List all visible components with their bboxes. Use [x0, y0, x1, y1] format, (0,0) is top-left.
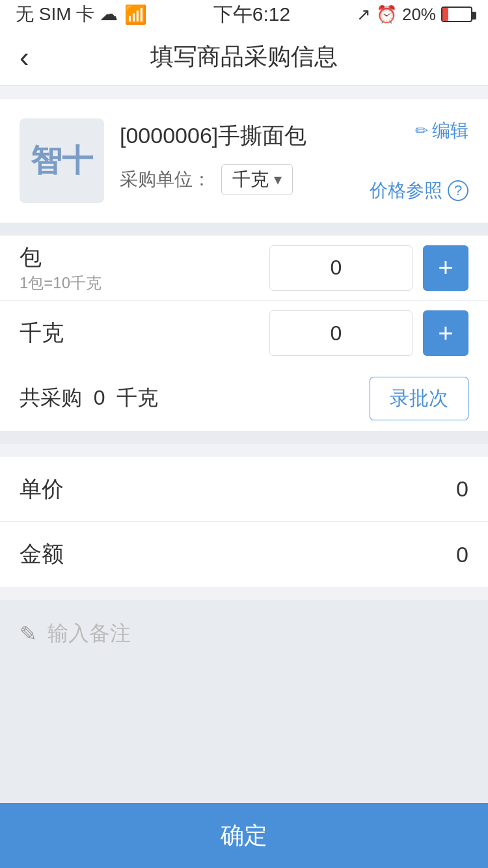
back-button[interactable]: ‹ [20, 43, 29, 72]
kg-label: 千克 [20, 318, 124, 348]
battery-icon [441, 7, 472, 22]
bag-label-main: 包 [20, 243, 124, 273]
summary-text: 共采购 0 千克 [20, 384, 158, 413]
notes-section[interactable]: ✎ 输入备注 [0, 600, 488, 668]
alarm-icon: ⏰ [376, 5, 397, 25]
unit-selector[interactable]: 千克 ▾ [221, 164, 293, 195]
notes-placeholder: 输入备注 [47, 619, 131, 648]
status-time: 下午6:12 [213, 1, 290, 28]
quantity-input-section: 包 1包=10千克 + 千克 + [0, 236, 488, 366]
pencil-icon: ✎ [20, 621, 37, 646]
amount-label: 金额 [20, 539, 64, 569]
product-image: 智十 [20, 118, 104, 203]
edit-pencil-icon: ✏ [415, 122, 428, 140]
unit-value: 千克 [232, 167, 269, 192]
section-divider-2 [0, 431, 488, 444]
kg-input[interactable] [269, 310, 413, 356]
amount-row: 金额 0 [0, 522, 488, 587]
price-section: 单价 0 金额 0 [0, 457, 488, 587]
unit-price-value: 0 [456, 476, 468, 502]
summary-value: 0 [94, 386, 105, 409]
edit-button[interactable]: ✏ 编辑 [415, 118, 468, 143]
confirm-button[interactable]: 确定 [0, 803, 488, 868]
price-ref-help-icon[interactable]: ? [448, 180, 468, 201]
bag-input-row: 包 1包=10千克 + [0, 236, 488, 301]
bag-label: 包 1包=10千克 [20, 243, 124, 293]
status-right: ↗ ⏰ 20% [357, 5, 472, 25]
kg-input-wrap: + [124, 310, 468, 356]
unit-dropdown-arrow: ▾ [274, 170, 282, 189]
page-title: 填写商品采购信息 [150, 41, 338, 73]
sim-label: 无 SIM 卡 ☁ [16, 2, 118, 27]
section-divider-1 [0, 223, 488, 236]
edit-label: 编辑 [432, 118, 468, 143]
location-icon: ↗ [357, 5, 371, 25]
product-card: 智十 [0000006]手撕面包 采购单位： 千克 ▾ ✏ 编辑 价格参照 ? [0, 99, 488, 223]
bag-input-wrap: + [124, 245, 468, 291]
summary-row: 共采购 0 千克 录批次 [0, 366, 488, 431]
bag-plus-button[interactable]: + [423, 245, 468, 291]
purchase-unit-label: 采购单位： [120, 167, 211, 192]
nav-bar: ‹ 填写商品采购信息 [0, 29, 488, 86]
kg-input-row: 千克 + [0, 301, 488, 366]
product-logo: 智十 [31, 145, 93, 176]
amount-value: 0 [456, 542, 468, 567]
wifi-icon: 📶 [124, 4, 147, 25]
bag-label-sub: 1包=10千克 [20, 273, 124, 293]
unit-price-label: 单价 [20, 474, 64, 504]
summary-unit: 千克 [116, 386, 158, 409]
status-left: 无 SIM 卡 ☁ 📶 [16, 2, 147, 27]
status-bar: 无 SIM 卡 ☁ 📶 下午6:12 ↗ ⏰ 20% [0, 0, 488, 29]
price-ref-label: 价格参照 [370, 178, 442, 203]
batch-button[interactable]: 录批次 [370, 377, 468, 420]
summary-label: 共采购 [20, 386, 82, 409]
price-ref-button[interactable]: 价格参照 ? [370, 178, 468, 203]
unit-price-row: 单价 0 [0, 457, 488, 522]
kg-plus-button[interactable]: + [423, 310, 468, 356]
bag-input[interactable] [269, 245, 413, 291]
battery-percentage: 20% [402, 5, 436, 25]
kg-label-main: 千克 [20, 318, 124, 348]
